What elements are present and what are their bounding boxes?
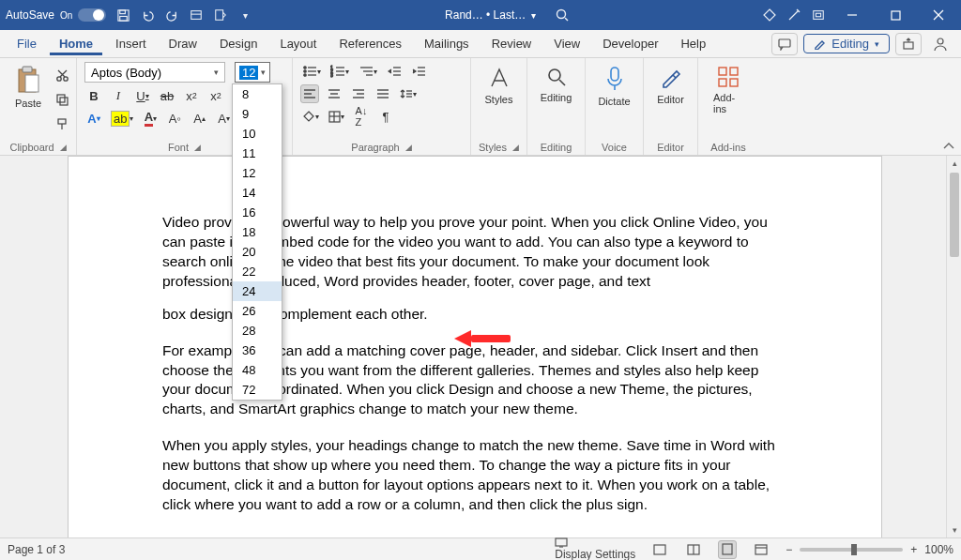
font-name-combo[interactable]: Aptos (Body) ▾	[84, 62, 225, 83]
scrollbar-thumb[interactable]	[950, 173, 959, 257]
tab-home[interactable]: Home	[50, 33, 102, 55]
autosave-toggle[interactable]: AutoSave On	[6, 8, 106, 22]
grow-font-button[interactable]: A▴	[190, 109, 208, 128]
styles-button[interactable]: Styles	[479, 62, 519, 109]
qat-customize-icon[interactable]: ▾	[237, 8, 252, 23]
read-mode-button[interactable]	[684, 540, 703, 559]
undo-icon[interactable]	[140, 8, 155, 23]
qat-icon-2[interactable]	[213, 8, 228, 23]
line-spacing-button[interactable]: ▾	[398, 84, 419, 103]
tab-mailings[interactable]: Mailings	[415, 33, 479, 54]
display-settings[interactable]: Display Settings	[555, 537, 635, 560]
align-right-button[interactable]	[349, 84, 368, 103]
dialog-launcher-icon[interactable]: ◢	[405, 143, 412, 152]
qat-icon-1[interactable]	[189, 8, 204, 23]
italic-button[interactable]: I	[109, 86, 128, 105]
size-option[interactable]: 20	[233, 242, 282, 262]
zoom-slider[interactable]	[800, 548, 903, 552]
addins-button[interactable]: Add-ins	[706, 62, 751, 118]
show-marks-button[interactable]: ¶	[376, 107, 395, 126]
strikethrough-button[interactable]: ab	[158, 86, 176, 105]
editor-button[interactable]: Editor	[651, 62, 690, 109]
redo-icon[interactable]	[164, 8, 179, 23]
close-button[interactable]	[922, 3, 955, 27]
size-option[interactable]: 9	[233, 104, 282, 124]
tab-insert[interactable]: Insert	[106, 33, 156, 54]
size-option[interactable]: 16	[233, 203, 282, 222]
size-option[interactable]: 72	[233, 380, 282, 400]
highlight-button[interactable]: ab▾	[109, 109, 135, 128]
tab-help[interactable]: Help	[671, 33, 715, 54]
size-option[interactable]: 8	[233, 84, 282, 104]
zoom-out-button[interactable]: −	[786, 543, 792, 556]
tab-references[interactable]: References	[329, 33, 410, 54]
subscript-button[interactable]: x2	[182, 86, 201, 105]
size-option[interactable]: 48	[233, 360, 282, 380]
character-shading-button[interactable]: A◦	[165, 109, 184, 128]
comments-button[interactable]	[771, 33, 798, 55]
font-color-button[interactable]: A▾	[141, 109, 160, 128]
page-count[interactable]: Page 1 of 3	[8, 543, 65, 556]
scroll-down-icon[interactable]: ▾	[947, 522, 961, 537]
zoom-control[interactable]: − + 100%	[786, 543, 953, 556]
zoom-level[interactable]: 100%	[924, 543, 953, 556]
sort-button[interactable]: A↓Z	[352, 107, 371, 126]
size-option[interactable]: 28	[233, 321, 282, 341]
size-option[interactable]: 24	[233, 281, 282, 301]
diamond-icon[interactable]	[762, 8, 777, 23]
dialog-launcher-icon[interactable]: ◢	[194, 143, 201, 152]
account-button[interactable]	[927, 33, 953, 55]
window-icon[interactable]	[811, 8, 826, 23]
editing-button[interactable]: Editing	[535, 62, 577, 107]
scroll-up-icon[interactable]: ▴	[947, 156, 961, 171]
autosave-switch-icon[interactable]	[78, 8, 106, 22]
editing-mode-button[interactable]: Editing ▾	[803, 34, 890, 53]
shading-button[interactable]: ▾	[300, 107, 321, 126]
print-layout-button[interactable]	[718, 540, 737, 559]
magic-icon[interactable]	[786, 8, 801, 23]
font-size-combo[interactable]: 12 ▾ 8 9 10 11 12 14 16 18 20 22 24	[235, 62, 270, 83]
zoom-in-button[interactable]: +	[910, 543, 917, 556]
share-button[interactable]	[895, 33, 922, 55]
cut-button[interactable]	[53, 66, 71, 84]
tab-layout[interactable]: Layout	[270, 33, 326, 54]
size-option[interactable]: 11	[233, 144, 282, 163]
bullets-button[interactable]: ▾	[300, 62, 323, 81]
maximize-button[interactable]	[878, 3, 912, 27]
align-left-button[interactable]	[300, 84, 319, 103]
web-layout-button[interactable]	[752, 540, 770, 559]
paste-button[interactable]: Paste	[8, 62, 49, 113]
tab-review[interactable]: Review	[482, 33, 542, 54]
dictate-button[interactable]: Dictate	[593, 62, 635, 111]
size-option[interactable]: 14	[233, 183, 282, 203]
format-painter-button[interactable]	[53, 114, 71, 133]
tab-design[interactable]: Design	[210, 33, 267, 54]
copy-button[interactable]	[53, 90, 71, 109]
minimize-button[interactable]	[835, 3, 869, 27]
tab-view[interactable]: View	[544, 33, 589, 54]
multilevel-list-button[interactable]: ▾	[357, 62, 379, 81]
text-effects-button[interactable]: A▾	[84, 109, 103, 128]
justify-button[interactable]	[374, 84, 392, 103]
numbering-button[interactable]: 123▾	[328, 62, 351, 81]
superscript-button[interactable]: x2	[206, 86, 225, 105]
underline-button[interactable]: U ▾	[133, 86, 152, 105]
vertical-scrollbar[interactable]: ▴ ▾	[946, 156, 961, 537]
focus-mode-button[interactable]	[650, 540, 669, 559]
save-icon[interactable]	[115, 8, 130, 23]
dialog-launcher-icon[interactable]: ◢	[512, 143, 519, 152]
search-icon[interactable]	[555, 8, 570, 23]
bold-button[interactable]: B	[84, 86, 103, 105]
increase-indent-button[interactable]	[409, 62, 428, 81]
tab-draw[interactable]: Draw	[160, 33, 206, 54]
dialog-launcher-icon[interactable]: ◢	[60, 143, 67, 152]
document-title[interactable]: Rand… • Last… ▾	[445, 8, 536, 22]
borders-button[interactable]: ▾	[327, 107, 346, 126]
size-option[interactable]: 10	[233, 124, 282, 144]
size-option[interactable]: 36	[233, 341, 282, 360]
collapse-ribbon-button[interactable]	[942, 142, 955, 151]
align-center-button[interactable]	[325, 84, 343, 103]
size-option[interactable]: 18	[233, 222, 282, 242]
tab-file[interactable]: File	[8, 33, 46, 54]
size-option[interactable]: 12	[233, 163, 282, 183]
